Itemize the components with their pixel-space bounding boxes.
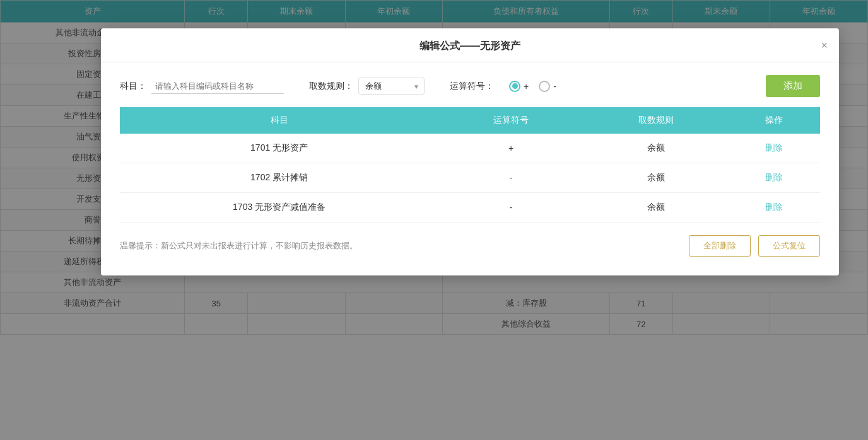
radio-plus[interactable]: + [509, 81, 529, 92]
table-row: 1702 累计摊销 - 余额 删除 [120, 163, 820, 193]
row3-delete-link[interactable]: 删除 [765, 202, 783, 212]
row1-operator: + [438, 134, 584, 163]
footer-buttons: 全部删除 公式复位 [689, 235, 820, 257]
radio-minus-circle[interactable] [539, 81, 550, 92]
footer-hint: 温馨提示：新公式只对未出报表进行计算，不影响历史报表数据。 [120, 240, 358, 252]
row1-action: 删除 [729, 134, 820, 163]
row2-rule: 余额 [584, 163, 729, 193]
row2-action: 删除 [729, 163, 820, 193]
rule-group: 取数规则： 余额 借方发生额 贷方发生额 借方累计 贷方累计 ▼ [309, 78, 425, 95]
delete-all-button[interactable]: 全部删除 [689, 235, 751, 257]
operator-label: 运算符号： [450, 81, 494, 92]
row2-operator: - [438, 163, 584, 193]
row1-delete-link[interactable]: 删除 [765, 142, 783, 153]
reset-formula-button[interactable]: 公式复位 [758, 235, 820, 257]
rule-select[interactable]: 余额 借方发生额 贷方发生额 借方累计 贷方累计 [358, 78, 425, 95]
row1-rule: 余额 [584, 134, 729, 163]
modal-title: 编辑公式——无形资产 [419, 40, 520, 53]
radio-minus[interactable]: - [539, 81, 556, 92]
col-header-operator: 运算符号 [438, 107, 584, 134]
rule-label: 取数规则： [309, 81, 353, 92]
subject-label: 科目： [120, 81, 146, 92]
row2-subject: 1702 累计摊销 [120, 163, 438, 193]
subject-input[interactable] [151, 79, 284, 94]
col-header-rule: 取数规则 [584, 107, 729, 134]
row3-rule: 余额 [584, 193, 729, 223]
table-row: 1703 无形资产减值准备 - 余额 删除 [120, 193, 820, 223]
modal-header: 编辑公式——无形资产 × [101, 28, 839, 62]
modal-footer: 温馨提示：新公式只对未出报表进行计算，不影响历史报表数据。 全部删除 公式复位 [101, 223, 839, 257]
modal-close-button[interactable]: × [821, 40, 828, 51]
radio-minus-label: - [553, 81, 556, 91]
formula-table: 科目 运算符号 取数规则 操作 1701 无形资产 + 余额 删除 1702 累… [120, 107, 820, 223]
col-header-subject: 科目 [120, 107, 438, 134]
rule-select-wrapper: 余额 借方发生额 贷方发生额 借方累计 贷方累计 ▼ [358, 78, 425, 95]
radio-plus-label: + [524, 81, 529, 91]
table-row: 1701 无形资产 + 余额 删除 [120, 134, 820, 163]
col-header-action: 操作 [729, 107, 820, 134]
row3-action: 删除 [729, 193, 820, 223]
operator-group: 运算符号： + - [450, 81, 556, 92]
edit-formula-modal: 编辑公式——无形资产 × 科目： 取数规则： 余额 借方发生额 贷方发生额 借方… [101, 28, 839, 275]
radio-plus-circle[interactable] [509, 81, 520, 92]
add-button[interactable]: 添加 [766, 75, 820, 97]
row3-operator: - [438, 193, 584, 223]
formula-table-wrap: 科目 运算符号 取数规则 操作 1701 无形资产 + 余额 删除 1702 累… [120, 107, 820, 223]
row3-subject: 1703 无形资产减值准备 [120, 193, 438, 223]
form-row: 科目： 取数规则： 余额 借方发生额 贷方发生额 借方累计 贷方累计 ▼ 运算符… [101, 62, 839, 107]
row2-delete-link[interactable]: 删除 [765, 172, 783, 182]
row1-subject: 1701 无形资产 [120, 134, 438, 163]
